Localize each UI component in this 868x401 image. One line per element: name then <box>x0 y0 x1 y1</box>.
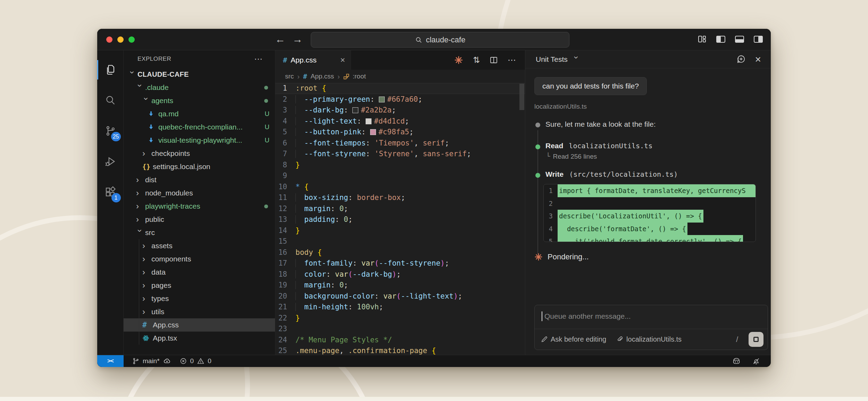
tree-item-src[interactable]: ›src <box>124 226 275 239</box>
minimize-window-button[interactable] <box>117 36 124 43</box>
tree-item-types[interactable]: ›types <box>124 292 275 305</box>
color-swatch[interactable] <box>352 107 358 113</box>
source-control-badge: 25 <box>111 132 121 141</box>
tree-item-app.css[interactable]: #App.css <box>124 318 275 332</box>
chevron-icon: › <box>136 203 145 210</box>
tool-result: └Read 256 lines <box>546 152 597 160</box>
color-swatch[interactable] <box>366 118 372 124</box>
tree-item-pages[interactable]: ›pages <box>124 279 275 292</box>
customize-layout-icon[interactable] <box>698 35 707 43</box>
tree-item-label: visual-testing-playwright... <box>158 136 242 144</box>
tree-item-components[interactable]: ›components <box>124 252 275 266</box>
source-control-view-icon[interactable]: 25 <box>97 116 124 146</box>
command-center-search[interactable]: claude-cafe <box>311 32 569 48</box>
tool-bullet-read <box>535 144 540 149</box>
claude-chat-panel: Unit Tests › × can you add tests for thi… <box>525 50 771 355</box>
forward-arrow-icon[interactable]: → <box>292 33 303 45</box>
tab-app-css[interactable]: # App.css × <box>275 50 351 70</box>
tree-item-data[interactable]: ›data <box>124 266 275 279</box>
tree-item-label: .claude <box>145 83 169 92</box>
search-value: claude-cafe <box>426 35 466 44</box>
tool-call-read[interactable]: Read localizationUtils.ts <box>545 142 652 150</box>
git-branch-item[interactable]: main* <box>132 357 171 365</box>
diff-preview[interactable]: 1import { formatDate, translateKey, getC… <box>543 184 756 242</box>
code-line: 20 background-color: var(--light-text); <box>275 291 525 302</box>
breadcrumb-src[interactable]: src <box>285 73 294 80</box>
stop-button[interactable] <box>749 332 763 347</box>
chevron-icon: › <box>136 229 143 239</box>
new-chat-icon[interactable] <box>736 55 746 64</box>
tree-item-node-modules[interactable]: ›node_modules <box>124 186 275 200</box>
claude-icon[interactable] <box>454 56 463 65</box>
split-editor-icon[interactable] <box>490 56 498 64</box>
breadcrumb[interactable]: src › # App.css › :root <box>275 70 525 83</box>
toggle-left-sidebar-icon[interactable] <box>716 35 726 43</box>
tree-item-public[interactable]: ›public <box>124 213 275 226</box>
toggle-panel-icon[interactable] <box>735 35 744 43</box>
code-editor[interactable]: 1:root {2 --primary-green: #667a60;3 --d… <box>275 83 525 355</box>
tab-label: App.css <box>291 56 317 64</box>
tree-item-utils[interactable]: ›utils <box>124 305 275 318</box>
tree-item-label: CLAUDE-CAFE <box>137 70 189 78</box>
tree-item-quebec-french-complian...[interactable]: quebec-french-complian...U <box>124 120 275 134</box>
remote-indicator[interactable]: >< <box>97 355 124 367</box>
breadcrumb-file[interactable]: App.css <box>310 73 334 80</box>
attached-file-chip[interactable]: localizationUtils.ts <box>617 335 682 343</box>
edit-mode-selector[interactable]: Ask before editing <box>541 335 606 343</box>
chat-panel-title: Unit Tests <box>536 55 568 64</box>
line-number: 23 <box>275 324 295 335</box>
close-window-button[interactable] <box>106 36 112 43</box>
bell-slash-icon[interactable] <box>752 357 760 365</box>
markdown-arrow-icon <box>148 137 158 143</box>
editor-more-actions-icon[interactable]: ⋯ <box>508 55 516 65</box>
color-swatch[interactable] <box>379 97 385 102</box>
toggle-right-sidebar-icon[interactable] <box>753 35 763 43</box>
slash-command-hint[interactable]: / <box>736 335 738 344</box>
tool-name: Write <box>545 170 564 178</box>
search-view-icon[interactable] <box>97 85 124 116</box>
explorer-more-actions-icon[interactable]: ⋯ <box>254 54 263 64</box>
code-line: 4 --light-text: #d4d1cd; <box>275 116 525 127</box>
code-line: 5 --button-pink: #c98fa5; <box>275 127 525 138</box>
tree-item-qa.md[interactable]: qa.mdU <box>124 107 275 120</box>
chat-input-box[interactable]: Queue another message... Ask before edit… <box>534 305 768 350</box>
context-file-label[interactable]: localizationUtils.ts <box>534 103 587 110</box>
code-line: 6 --font-tiempos: 'Tiempos', serif; <box>275 138 525 149</box>
color-swatch[interactable] <box>370 129 376 135</box>
tree-item-dist[interactable]: ›dist <box>124 173 275 186</box>
tree-item-.claude[interactable]: ›.claude <box>124 81 275 94</box>
back-arrow-icon[interactable]: ← <box>275 33 285 45</box>
chevron-icon: › <box>142 295 151 302</box>
close-tab-icon[interactable]: × <box>340 55 345 65</box>
editor-scrollbar[interactable] <box>519 84 524 110</box>
line-number: 7 <box>275 149 295 160</box>
line-number: 15 <box>275 236 295 247</box>
chevron-down-icon[interactable]: › <box>573 56 580 65</box>
files-icon <box>105 64 116 76</box>
tree-item-visual-testing-playwright...[interactable]: visual-testing-playwright...U <box>124 134 275 147</box>
extensions-view-icon[interactable]: 1 <box>97 177 124 207</box>
close-panel-icon[interactable]: × <box>755 54 761 65</box>
tree-item-checkpoints[interactable]: ›checkpoints <box>124 147 275 160</box>
breadcrumb-symbol[interactable]: :root <box>353 73 366 80</box>
tool-call-write[interactable]: Write (src/test/localization.ts) <box>545 170 678 178</box>
status-label: Pondering... <box>548 252 589 261</box>
diff-line: 1import { formatDate, translateKey, getC… <box>544 184 756 197</box>
tree-item-label: components <box>151 255 191 263</box>
tree-item-agents[interactable]: ›agents <box>124 94 275 107</box>
compare-changes-icon[interactable]: ⇅ <box>473 55 480 65</box>
tree-item-app.tsx[interactable]: App.tsx <box>124 332 275 345</box>
copilot-icon[interactable] <box>732 357 741 366</box>
tree-item-assets[interactable]: ›assets <box>124 239 275 252</box>
problems-item[interactable]: 0 0 <box>180 357 211 365</box>
tree-item-label: playwright-traces <box>145 202 200 210</box>
maximize-window-button[interactable] <box>128 36 135 43</box>
tree-item-claude-cafe[interactable]: ›CLAUDE-CAFE <box>124 68 275 81</box>
tree-item-settings.local.json[interactable]: {}settings.local.json <box>124 160 275 173</box>
code-line: 7 --font-styrene: 'Styrene', sans-serif; <box>275 149 525 160</box>
explorer-view-icon[interactable] <box>97 55 124 85</box>
tree-item-playwright-traces[interactable]: ›playwright-traces <box>124 200 275 213</box>
line-number: 3 <box>275 105 295 116</box>
run-debug-view-icon[interactable] <box>97 146 124 177</box>
line-number: 22 <box>275 313 295 324</box>
